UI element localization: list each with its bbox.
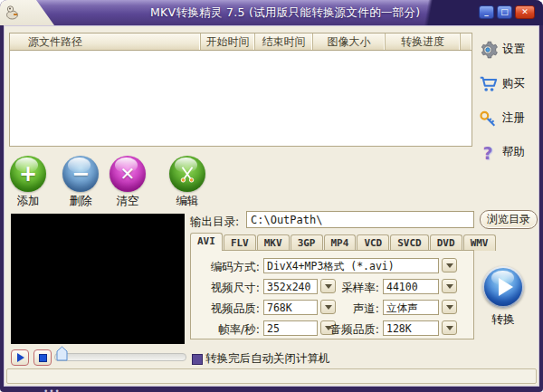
settings-button[interactable]: 设置: [478, 38, 538, 61]
shutdown-checkbox[interactable]: [192, 354, 203, 365]
seek-slider-track[interactable]: [54, 353, 186, 361]
scissors-icon: [169, 156, 205, 192]
chevron-down-icon: [446, 326, 453, 330]
convert-label: 转换: [481, 311, 525, 328]
video-quality-label: 视频品质:: [198, 301, 260, 317]
question-icon: ?: [478, 143, 498, 163]
app-window: MKV转换精灵 7.5 (试用版只能转换源文件的一部分) _ □ ✕ 源文件路径…: [0, 0, 543, 392]
tab-3gp[interactable]: 3GP: [291, 234, 323, 251]
add-icon: +: [10, 156, 46, 192]
convert-button[interactable]: 转换: [481, 266, 525, 328]
tab-vcd[interactable]: VCD: [357, 234, 389, 251]
help-label: 帮助: [502, 145, 525, 160]
audio-quality-label: 音频品质:: [318, 322, 379, 338]
tab-svcd[interactable]: SVCD: [390, 234, 429, 251]
tab-mp4[interactable]: MP4: [324, 234, 357, 251]
tab-flv[interactable]: FLV: [224, 234, 256, 251]
side-button-column: 设置 购买 注册 ? 帮助: [478, 38, 538, 164]
tab-wmv[interactable]: WMV: [463, 234, 496, 251]
edit-button[interactable]: 编辑: [166, 156, 209, 209]
clear-icon: ✕: [110, 156, 146, 192]
client-area: 源文件路径 开始时间 结束时间 图像大小 转换进度 设置: [4, 25, 539, 387]
tab-dvd[interactable]: DVD: [430, 234, 462, 251]
chevron-down-icon: [446, 305, 453, 310]
video-size-value[interactable]: 352x240: [263, 279, 318, 294]
edit-label: 编辑: [166, 194, 209, 209]
buy-button[interactable]: 购买: [478, 72, 538, 95]
minimize-button[interactable]: _: [479, 5, 494, 19]
channels-label: 声道:: [327, 301, 379, 317]
column-image-size[interactable]: 图像大小: [313, 33, 386, 50]
file-list-body[interactable]: [10, 51, 472, 146]
window-title: MKV转换精灵 7.5 (试用版只能转换源文件的一部分): [150, 5, 421, 21]
delete-button[interactable]: − 删除: [59, 156, 102, 209]
gear-icon: [478, 40, 498, 60]
frame-rate-value[interactable]: 25: [263, 320, 318, 336]
format-settings-panel: 编码方式: DivX4+MP3格式 (*.avi) 视频尺寸: 352x240 …: [190, 250, 474, 339]
frame-rate-label: 帧率/秒:: [198, 322, 260, 338]
sample-rate-label: 采样率:: [327, 281, 379, 296]
stop-icon: [39, 354, 47, 362]
channels-dropdown-button[interactable]: [442, 300, 457, 314]
key-icon: [478, 109, 498, 129]
encoding-label: 编码方式:: [198, 260, 260, 275]
video-size-label: 视频尺寸:: [198, 281, 260, 296]
clear-label: 清空: [106, 194, 149, 209]
clear-button[interactable]: ✕ 清空: [106, 156, 149, 209]
delete-label: 删除: [59, 194, 102, 209]
column-start-time[interactable]: 开始时间: [201, 33, 255, 50]
stop-button[interactable]: [33, 349, 52, 366]
channels-value[interactable]: 立体声: [383, 300, 439, 315]
convert-play-icon: [482, 266, 524, 308]
sample-rate-dropdown-button[interactable]: [442, 279, 457, 293]
column-end-time[interactable]: 结束时间: [255, 33, 313, 50]
play-button[interactable]: [11, 349, 29, 366]
shutdown-label: 转换完后自动关闭计算机: [205, 351, 330, 367]
register-button[interactable]: 注册: [478, 107, 538, 129]
browse-dir-button[interactable]: 浏览目录: [480, 210, 538, 229]
help-button[interactable]: ? 帮助: [478, 141, 538, 164]
column-spacer: [461, 33, 472, 50]
delete-icon: −: [62, 156, 99, 192]
video-quality-value[interactable]: 768K: [263, 300, 318, 315]
settings-label: 设置: [502, 42, 525, 57]
app-icon-tab: [0, 0, 54, 25]
play-icon: [17, 353, 24, 362]
video-preview: [11, 214, 185, 344]
audio-quality-value[interactable]: 128K: [383, 320, 439, 336]
encoding-value[interactable]: DivX4+MP3格式 (*.avi): [263, 258, 439, 273]
chevron-down-icon: [446, 263, 453, 268]
tab-mkv[interactable]: MKV: [257, 234, 290, 251]
maximize-button[interactable]: □: [497, 5, 512, 19]
tab-avi[interactable]: AVI: [190, 233, 223, 251]
cart-icon: [478, 74, 498, 94]
sample-rate-value[interactable]: 44100: [383, 279, 439, 294]
column-source-path[interactable]: 源文件路径: [10, 33, 201, 50]
add-button[interactable]: + 添加: [6, 156, 50, 209]
add-label: 添加: [6, 194, 50, 209]
close-button[interactable]: ✕: [515, 5, 535, 19]
app-icon: [5, 4, 20, 20]
format-tab-strip: AVI FLV MKV 3GP MP4 VCD SVCD DVD WMV: [190, 233, 497, 251]
seek-slider-thumb[interactable]: [56, 346, 68, 361]
output-dir-label: 输出目录:: [190, 215, 239, 230]
resize-grip[interactable]: •••: [43, 387, 61, 392]
title-bar[interactable]: MKV转换精灵 7.5 (试用版只能转换源文件的一部分) _ □ ✕: [0, 0, 543, 25]
file-list-header: 源文件路径 开始时间 结束时间 图像大小 转换进度: [10, 33, 472, 51]
buy-label: 购买: [502, 76, 525, 91]
status-bar: [6, 368, 537, 384]
encoding-dropdown-button[interactable]: [442, 258, 457, 272]
register-label: 注册: [502, 110, 525, 126]
chevron-down-icon: [446, 284, 453, 289]
audio-quality-dropdown-button[interactable]: [442, 320, 457, 335]
shutdown-option: 转换完后自动关闭计算机: [192, 351, 330, 367]
output-dir-input[interactable]: C:\OutPath\: [246, 211, 474, 228]
source-file-list[interactable]: 源文件路径 开始时间 结束时间 图像大小 转换进度: [9, 33, 472, 147]
column-progress[interactable]: 转换进度: [386, 33, 461, 50]
